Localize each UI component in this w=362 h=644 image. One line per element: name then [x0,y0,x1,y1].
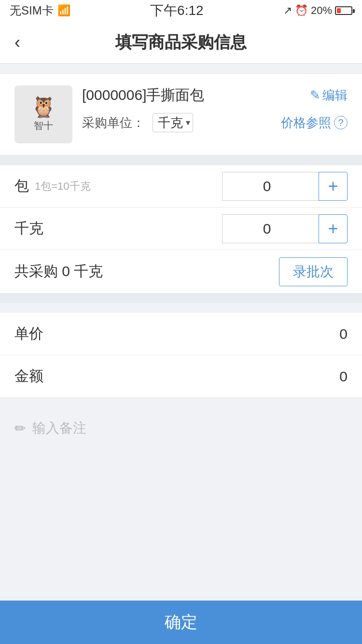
confirm-button[interactable]: 确定 [0,601,362,644]
product-owl-icon: 🦉 [31,97,56,117]
time-display: 下午6:12 [150,1,204,20]
batch-button[interactable]: 录批次 [279,257,348,286]
notes-section[interactable]: ✏ 输入备注 [0,407,362,449]
carrier-text: 无SIM卡 [10,3,54,18]
location-icon: ↗ [283,4,292,17]
kg-input-row: 千克 + [0,208,362,250]
product-image: 🦉 智十 [14,85,72,143]
amount-label: 金额 [14,366,339,386]
product-unit-row: 采购单位： 千克 克 包 价格参照 ? [82,113,348,132]
bag-label: 包 1包=10千克 [14,176,222,196]
notes-pencil-icon: ✏ [14,420,26,436]
edit-icon: ✎ [310,88,320,103]
unit-price-row: 单价 0 [0,313,362,355]
summary-amount: 0 [62,263,74,279]
amount-value: 0 [339,368,348,385]
unit-select-wrap[interactable]: 千克 克 包 [153,113,193,132]
status-right: ↗ ⏰ 20% [283,4,352,17]
bag-input-right: + [222,172,348,201]
bag-sub-label: 1包=10千克 [35,179,91,194]
bag-plus-button[interactable]: + [319,172,348,201]
kg-plus-button[interactable]: + [319,214,348,243]
product-card: 🦉 智十 [0000006]手撕面包 ✎ 编辑 采购单位： 千克 克 包 价格 [0,73,362,155]
alarm-icon: ⏰ [295,4,308,17]
kg-label: 千克 [14,219,222,238]
notes-placeholder: 输入备注 [32,419,86,437]
unit-price-value: 0 [339,326,348,342]
summary-text: 共采购 0 千克 [14,262,279,281]
nav-bar: ‹ 填写商品采购信息 [0,21,362,64]
status-left: 无SIM卡 📶 [10,3,70,18]
kg-quantity-input[interactable] [222,214,319,243]
summary-row: 共采购 0 千克 录批次 [0,250,362,294]
section-divider-2 [0,294,362,303]
kg-input-right: + [222,214,348,243]
wifi-icon: 📶 [57,4,70,17]
product-info: [0000006]手撕面包 ✎ 编辑 采购单位： 千克 克 包 价格参照 ? [82,85,348,132]
status-bar: 无SIM卡 📶 下午6:12 ↗ ⏰ 20% [0,0,362,21]
unit-price-label: 单价 [14,324,339,344]
price-section: 单价 0 金额 0 [0,313,362,398]
product-brand: 智十 [34,119,53,132]
product-name-row: [0000006]手撕面包 ✎ 编辑 [82,85,348,105]
battery-percent: 20% [311,4,332,17]
price-ref-icon: ? [334,116,348,129]
price-ref-button[interactable]: 价格参照 ? [281,114,348,131]
content-space [0,449,362,603]
edit-button[interactable]: ✎ 编辑 [310,87,348,104]
section-divider-1 [0,155,362,165]
bag-quantity-input[interactable] [222,172,319,201]
amount-row: 金额 0 [0,355,362,398]
unit-label: 采购单位： [82,114,145,131]
product-name: [0000006]手撕面包 [82,85,204,105]
page-title: 填写商品采购信息 [115,31,247,54]
unit-select[interactable]: 千克 克 包 [153,113,193,132]
battery-icon [335,6,352,15]
bag-input-row: 包 1包=10千克 + [0,165,362,208]
back-button[interactable]: ‹ [14,32,30,53]
input-section: 包 1包=10千克 + 千克 + 共采购 0 千克 录批次 [0,165,362,294]
